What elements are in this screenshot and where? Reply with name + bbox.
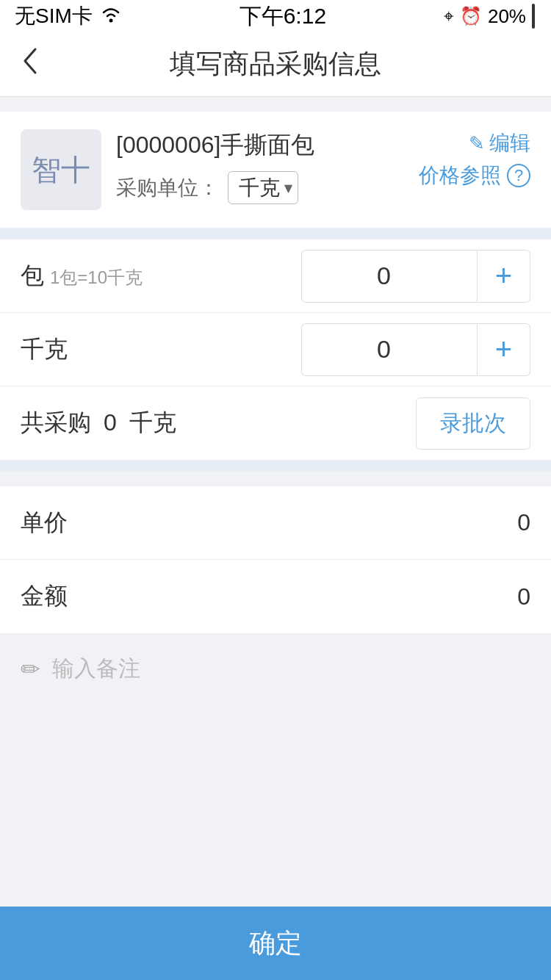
status-left: 无SIM卡	[15, 2, 122, 30]
kg-quantity-input[interactable]	[301, 323, 478, 376]
unit-label: 采购单位：	[116, 174, 219, 202]
status-time: 下午6:12	[240, 1, 326, 32]
price-ref-row[interactable]: 价格参照 ?	[419, 162, 530, 190]
product-thumbnail: 智十	[21, 129, 101, 210]
price-ref-label: 价格参照	[419, 162, 501, 190]
battery-icon	[532, 5, 536, 28]
status-bar: 无SIM卡 下午6:12 ⌖ ⏰ 20%	[0, 0, 551, 32]
bag-quantity-plus[interactable]: +	[478, 250, 530, 303]
total-value: 0	[104, 409, 117, 436]
bag-quantity-input[interactable]	[301, 250, 478, 303]
section-divider-1	[0, 228, 551, 239]
unit-select-wrapper[interactable]: 千克 ▾	[228, 173, 298, 202]
bag-label: 包1包=10千克	[21, 260, 143, 292]
kg-quantity-plus[interactable]: +	[478, 323, 530, 376]
back-button[interactable]	[21, 46, 38, 82]
carrier-label: 无SIM卡	[15, 2, 93, 30]
confirm-button[interactable]: 确定	[0, 907, 551, 980]
amount-row: 金额 0	[0, 560, 551, 633]
edit-label: 编辑	[489, 129, 530, 157]
total-label: 共采购 0 千克	[21, 407, 176, 439]
notes-section: ✏ 输入备注	[0, 633, 551, 780]
price-info-section: 单价 0 金额 0	[0, 486, 551, 633]
wifi-icon	[100, 4, 122, 28]
bag-quantity-row: 包1包=10千克 +	[0, 239, 551, 313]
unit-price-row: 单价 0	[0, 486, 551, 560]
pencil-icon: ✏	[21, 655, 40, 683]
battery-percent: 20%	[488, 5, 526, 28]
kg-input-wrapper: +	[79, 323, 530, 376]
unit-select-button[interactable]: 千克	[228, 171, 298, 204]
bag-input-wrapper: +	[143, 250, 530, 303]
amount-label: 金额	[21, 580, 68, 613]
kg-quantity-row: 千克 +	[0, 313, 551, 386]
total-row: 共采购 0 千克 录批次	[0, 386, 551, 460]
section-divider-2	[0, 460, 551, 472]
notes-row[interactable]: ✏ 输入备注	[21, 654, 530, 684]
location-icon: ⌖	[444, 6, 454, 26]
record-batch-button[interactable]: 录批次	[416, 397, 530, 450]
edit-icon: ✎	[469, 132, 485, 155]
unit-price-label: 单价	[21, 507, 68, 539]
bottom-spacer	[0, 780, 551, 854]
page-title: 填写商品采购信息	[170, 46, 381, 82]
status-right: ⌖ ⏰ 20%	[444, 5, 536, 28]
alarm-icon: ⏰	[460, 6, 482, 26]
notes-placeholder[interactable]: 输入备注	[52, 654, 140, 684]
kg-label: 千克	[21, 334, 79, 366]
nav-bar: 填写商品采购信息	[0, 32, 551, 97]
product-card: 智十 [0000006]手撕面包 采购单位： 千克 ▾ ✎ 编辑 价格参照 ?	[0, 112, 551, 228]
quantity-section: 包1包=10千克 + 千克 +	[0, 239, 551, 386]
price-ref-question-icon[interactable]: ?	[507, 164, 530, 187]
product-logo: 智十	[32, 155, 90, 184]
edit-link[interactable]: ✎ 编辑	[469, 129, 530, 157]
unit-price-value: 0	[517, 509, 530, 536]
amount-value: 0	[517, 583, 530, 610]
svg-point-0	[109, 19, 112, 23]
